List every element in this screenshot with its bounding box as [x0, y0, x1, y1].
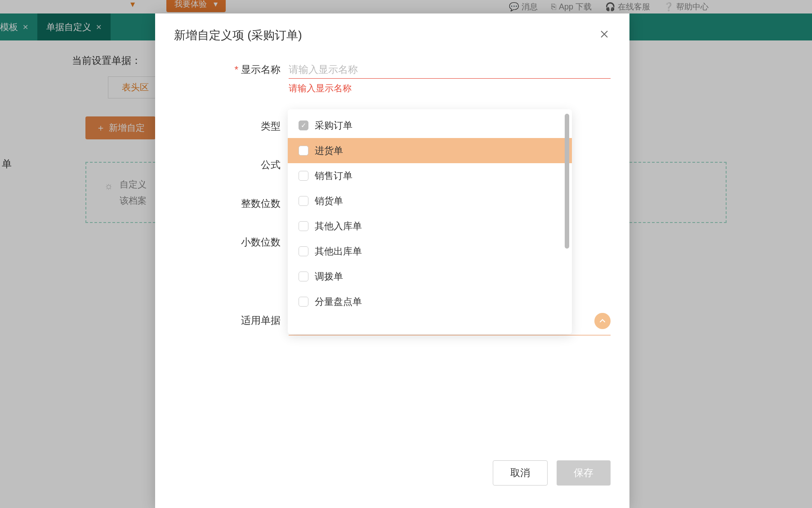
dropdown-option-label: 其他入库单: [315, 220, 362, 232]
dropdown-option-label: 调拨单: [315, 270, 343, 283]
dropdown-option-label: 销售订单: [315, 169, 352, 182]
dropdown-option[interactable]: 分量盘点单: [288, 289, 572, 314]
save-button[interactable]: 保存: [557, 460, 611, 486]
dropdown-option[interactable]: 其他入库单: [288, 214, 572, 239]
cancel-button[interactable]: 取消: [493, 460, 548, 486]
applicable-dropdown: ✓ 采购订单 进货单 销售订单 销货单 其他入库单 其他出库单: [288, 109, 572, 334]
dropdown-option[interactable]: 销货单: [288, 188, 572, 214]
checkbox-icon: [299, 246, 308, 256]
display-name-input[interactable]: [289, 61, 611, 79]
label-type: 类型: [261, 120, 281, 132]
dropdown-option-label: 分量盘点单: [315, 295, 362, 308]
dropdown-option[interactable]: 销售订单: [288, 163, 572, 188]
scrollbar-thumb[interactable]: [565, 114, 569, 249]
close-icon: [600, 30, 609, 39]
checkbox-icon: [299, 272, 308, 281]
dropdown-option[interactable]: 调拨单: [288, 264, 572, 289]
dropdown-option-label: 销货单: [315, 195, 343, 207]
checkbox-icon: [299, 171, 308, 181]
display-name-error: 请输入显示名称: [289, 82, 611, 94]
checkbox-icon: [299, 196, 308, 206]
dropdown-option[interactable]: ✓ 采购订单: [288, 113, 572, 138]
dropdown-option-label: 采购订单: [315, 119, 352, 132]
chevron-up-icon: [599, 317, 606, 325]
modal-title: 新增自定义项 (采购订单): [174, 27, 302, 43]
label-display-name: 显示名称: [241, 64, 281, 75]
checkbox-icon: [299, 146, 308, 156]
dropdown-option-label: 进货单: [315, 144, 343, 157]
label-decimal-digits: 小数位数: [241, 236, 281, 248]
dropdown-option[interactable]: 其他出库单: [288, 239, 572, 264]
checkbox-checked-icon: ✓: [299, 120, 308, 130]
checkbox-icon: [299, 221, 308, 231]
add-custom-modal: 新增自定义项 (采购订单) *显示名称 请输入显示名称 类型 公式 整数: [155, 13, 629, 508]
cancel-label: 取消: [510, 467, 530, 478]
dropdown-option[interactable]: 进货单: [288, 138, 572, 163]
label-integer-digits: 整数位数: [241, 198, 281, 209]
modal-close-button[interactable]: [598, 27, 611, 43]
label-formula: 公式: [261, 159, 281, 170]
checkbox-icon: [299, 297, 308, 307]
dropdown-toggle-button[interactable]: [594, 313, 611, 329]
save-label: 保存: [574, 467, 593, 478]
dropdown-option-label: 其他出库单: [315, 245, 362, 258]
label-applicable: 适用单据: [241, 315, 281, 326]
